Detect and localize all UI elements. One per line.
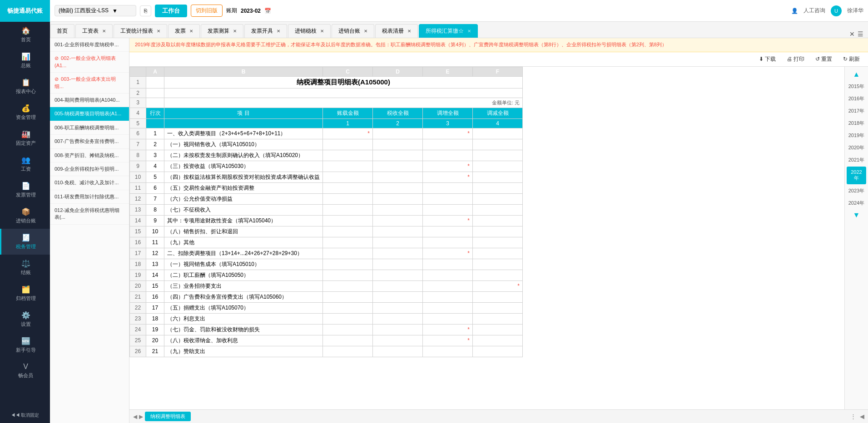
left-panel-item-003[interactable]: ⊘ 003-一般企业成本支出明细... (50, 73, 129, 93)
row-col-c[interactable] (323, 193, 373, 204)
workbench-button[interactable]: 工作台 (155, 5, 187, 17)
left-panel-item-010[interactable]: 010-免税、减计收入及加计... (50, 176, 129, 190)
print-btn[interactable]: 🖨 打印 (784, 54, 807, 64)
row-col-f[interactable] (473, 215, 523, 226)
row-col-f[interactable] (473, 226, 523, 237)
year-item[interactable]: 2023年 (845, 185, 868, 197)
tab-invoice-open-close[interactable]: ✕ (277, 29, 280, 34)
sidebar-item-invoice[interactable]: 📄 发票管理 (0, 177, 50, 203)
row-col-d[interactable] (373, 150, 423, 161)
row-col-d[interactable] (373, 335, 423, 346)
row-col-f[interactable] (473, 237, 523, 248)
sidebar-item-settings[interactable]: ⚙️ 设置 (0, 306, 50, 332)
row-col-d[interactable] (373, 182, 423, 193)
row-col-d[interactable] (373, 280, 423, 291)
row-col-f[interactable] (473, 193, 523, 204)
row-col-c[interactable] (323, 139, 373, 150)
sidebar-item-purchase[interactable]: 📦 进销台账 (0, 203, 50, 229)
row-col-e[interactable]: * (423, 248, 473, 259)
row-col-c[interactable] (323, 270, 373, 280)
human-service-label[interactable]: 人工咨询 (804, 7, 825, 15)
row-col-c[interactable] (323, 204, 373, 215)
sidebar-item-ledger[interactable]: 📊 总账 (0, 48, 50, 74)
row-col-c[interactable]: * (323, 128, 373, 139)
row-col-c[interactable] (323, 161, 373, 172)
row-col-d[interactable] (373, 248, 423, 259)
sidebar-item-home[interactable]: 🏠 首页 (0, 22, 50, 48)
year-item[interactable]: 2019年 (845, 129, 868, 142)
row-col-c[interactable] (323, 324, 373, 335)
sidebar-footer-pin[interactable]: ◀◀ 取消固定 (9, 408, 42, 423)
bottom-tab-item[interactable]: 纳税调整明细表 (145, 412, 191, 421)
tab-payroll[interactable]: 工资表 ✕ (75, 24, 113, 38)
prev-sheet-icon[interactable]: ◀ (133, 413, 137, 420)
row-col-e[interactable] (423, 313, 473, 324)
row-col-f[interactable] (473, 335, 523, 346)
year-item[interactable]: 2016年 (845, 93, 868, 105)
tabs-close-all[interactable]: ✕ (849, 30, 855, 38)
left-panel-item-005[interactable]: 005-纳税调整项目明细表(A1... (50, 107, 129, 121)
sidebar-item-fund[interactable]: 💰 资金管理 (0, 99, 50, 125)
row-col-e[interactable] (423, 302, 473, 313)
row-col-f[interactable] (473, 161, 523, 172)
year-item[interactable]: 2017年 (845, 105, 868, 117)
left-panel-item-007[interactable]: 007-广告费和业务宣传费明... (50, 135, 129, 148)
calendar-icon[interactable]: 📅 (264, 8, 271, 14)
sidebar-item-close[interactable]: ⚖️ 结账 (0, 255, 50, 280)
left-panel-item-006[interactable]: 006-职工薪酬纳税调整明细... (50, 121, 129, 135)
row-col-c[interactable] (323, 215, 373, 226)
row-col-d[interactable] (373, 237, 423, 248)
tab-payroll-close[interactable]: ✕ (102, 29, 106, 34)
row-col-d[interactable] (373, 291, 423, 302)
row-col-f[interactable] (473, 139, 523, 150)
left-panel-item-011[interactable]: 011-研发费用加计扣除优惠... (50, 190, 129, 204)
row-col-c[interactable] (323, 259, 373, 270)
row-col-e[interactable] (423, 259, 473, 270)
row-col-e[interactable] (423, 182, 473, 193)
row-col-f[interactable] (473, 182, 523, 193)
row-col-e[interactable] (423, 139, 473, 150)
row-col-d[interactable] (373, 324, 423, 335)
tab-home[interactable]: 首页 (50, 24, 74, 38)
tab-invoice[interactable]: 发票 ✕ (168, 24, 200, 38)
row-col-c[interactable] (323, 346, 373, 357)
year-item[interactable]: 2024年 (845, 197, 868, 209)
row-col-e[interactable] (423, 237, 473, 248)
row-col-d[interactable] (373, 313, 423, 324)
row-col-f[interactable] (473, 172, 523, 182)
row-col-e[interactable] (423, 193, 473, 204)
row-col-d[interactable] (373, 302, 423, 313)
row-col-c[interactable] (323, 280, 373, 291)
row-col-f[interactable] (473, 150, 523, 161)
row-col-c[interactable] (323, 150, 373, 161)
reset-btn[interactable]: ↺ 重置 (813, 54, 835, 64)
tab-purchase-stable-close[interactable]: ✕ (320, 29, 324, 34)
left-panel-item-001[interactable]: 001-企业所得税年度纳税申... (50, 38, 129, 52)
refresh-btn[interactable]: ↻ 刷新 (840, 54, 863, 64)
sidebar-item-payroll[interactable]: 👥 工资 (0, 151, 50, 177)
row-col-e[interactable]: * (423, 335, 473, 346)
row-col-f[interactable] (473, 313, 523, 324)
row-col-f[interactable] (473, 270, 523, 280)
row-col-f[interactable] (473, 346, 523, 357)
row-col-d[interactable] (373, 161, 423, 172)
bottom-scroll-left[interactable]: ◀ (860, 413, 864, 420)
left-panel-item-012[interactable]: 012-减免企业所得税优惠明细表(... (50, 204, 129, 225)
tab-invoice-close[interactable]: ✕ (189, 29, 193, 34)
year-nav-up[interactable]: ▲ (851, 69, 862, 80)
sidebar-item-tax[interactable]: 🧾 税务管理 (0, 229, 50, 255)
row-col-e[interactable] (423, 226, 473, 237)
row-col-e[interactable] (423, 291, 473, 302)
tab-income-tax[interactable]: 所得税汇算缴☆ ✕ (419, 24, 478, 38)
tab-tax-clear[interactable]: 税表清册 ✕ (375, 24, 418, 38)
tabs-menu[interactable]: ☰ (858, 30, 863, 38)
next-sheet-icon[interactable]: ▶ (139, 413, 143, 420)
row-col-d[interactable] (373, 346, 423, 357)
tab-invoice-calc[interactable]: 发票测算 ✕ (201, 24, 243, 38)
row-col-d[interactable] (373, 215, 423, 226)
row-col-c[interactable] (323, 302, 373, 313)
row-col-e[interactable]: * (423, 161, 473, 172)
tab-purchase-ledger-close[interactable]: ✕ (364, 29, 367, 34)
sidebar-item-archive[interactable]: 🗂️ 归档管理 (0, 280, 50, 306)
row-col-c[interactable] (323, 248, 373, 259)
